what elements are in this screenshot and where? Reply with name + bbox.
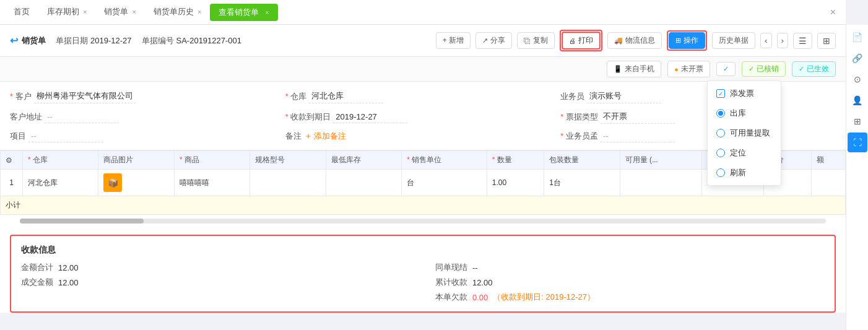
transaction-row: 成交金额 12.00 <box>21 277 410 288</box>
same-order-row: 同单现结 -- <box>435 262 825 273</box>
project-field: 项目 -- <box>10 130 285 142</box>
doc-title-text: 销货单 <box>22 35 46 46</box>
effective-badge[interactable]: ✓ 已生效 <box>792 61 836 77</box>
copy-button[interactable]: ⿻ 复制 <box>517 32 555 49</box>
list-view-button[interactable]: ☰ <box>793 33 812 49</box>
print-highlight: 🖨 打印 <box>560 30 602 51</box>
tab-sales-close[interactable]: × <box>132 8 136 15</box>
subtotal-label: 小计 <box>1 196 846 215</box>
row-package-qty[interactable]: 1台 <box>544 170 620 196</box>
new-button[interactable]: + 新增 <box>436 32 471 49</box>
doc-icon: ↩ <box>10 35 18 46</box>
tab-sales-history-close[interactable]: × <box>197 8 201 15</box>
table-scrollbar[interactable] <box>20 219 826 224</box>
right-sidebar: 📄 🔗 ⊙ 👤 ⊞ ⛶ <box>846 25 868 320</box>
add-invoice-checkbox[interactable] <box>716 89 725 98</box>
refresh-radio[interactable] <box>716 168 725 177</box>
customer-field: 客户 柳州粤港平安气体有限公司 <box>10 89 285 103</box>
doc-number-field: 单据编号 SA-20191227-001 <box>142 35 242 46</box>
th-min-stock: 最低库存 <box>326 151 401 170</box>
sidebar-link-button[interactable]: 🔗 <box>848 48 867 68</box>
document-header: ↩ 销货单 单据日期 2019-12-27 单据编号 SA-20191227-0… <box>0 25 846 57</box>
tab-home[interactable]: 首页 <box>5 0 38 25</box>
dropdown-locate[interactable]: 定位 <box>708 143 781 163</box>
locate-radio[interactable] <box>716 149 725 157</box>
tab-view-sales[interactable]: 查看销货单 × <box>210 4 277 21</box>
dropdown-refresh[interactable]: 刷新 <box>708 163 781 183</box>
th-settings: ⚙ <box>1 151 23 170</box>
cancelled-badge[interactable]: ✓ 已核销 <box>742 61 786 77</box>
doc-title: ↩ 销货单 <box>10 35 46 46</box>
from-phone-button[interactable]: 📱 来自手机 <box>607 61 661 77</box>
payment-section: 收款信息 金额合计 12.00 同单现结 -- 成交金额 12.00 累计收款 … <box>10 235 836 313</box>
tab-view-sales-close[interactable]: × <box>265 9 269 16</box>
row-quantity[interactable]: 1.00 <box>487 170 544 196</box>
th-amount: 额 <box>812 151 846 170</box>
logistics-button[interactable]: 🚚 物流信息 <box>607 32 662 49</box>
salesperson2-field: 业务员孟 -- <box>560 130 836 142</box>
doc-actions: + 新增 ↗ 分享 ⿻ 复制 🖨 打印 🚚 <box>436 30 836 51</box>
sidebar-settings-button[interactable]: ⊙ <box>848 69 867 89</box>
tab-sales[interactable]: 销货单 × <box>95 0 144 25</box>
check-button[interactable]: ✓ <box>716 62 736 76</box>
th-package-qty: 包装数量 <box>544 151 620 170</box>
ticket-type-field: 票据类型 不开票 <box>560 110 836 124</box>
operate-button[interactable]: ⊞ 操作 <box>669 32 705 49</box>
salesperson-field: 业务员 演示账号 <box>560 89 836 103</box>
payment-grid: 金额合计 12.00 同单现结 -- 成交金额 12.00 累计收款 12.00… <box>21 262 825 303</box>
th-spec: 规格型号 <box>250 151 326 170</box>
row-unit[interactable]: 台 <box>402 170 487 196</box>
not-open-ticket-button[interactable]: ● 未开票 <box>667 61 710 77</box>
row-num: 1 <box>1 170 23 196</box>
row-amount[interactable] <box>812 170 846 196</box>
history-button[interactable]: 历史单据 <box>712 32 755 49</box>
outbound-radio[interactable] <box>716 109 725 118</box>
th-available: 可用量 (... <box>620 151 702 170</box>
print-button[interactable]: 🖨 打印 <box>562 32 601 50</box>
row-available[interactable] <box>620 170 702 196</box>
row-warehouse[interactable]: 河北仓库 <box>23 170 98 196</box>
dropdown-outbound[interactable]: 出库 <box>708 103 781 123</box>
warehouse-field: 仓库 河北仓库 <box>285 89 561 103</box>
product-image: 📦 <box>103 173 122 192</box>
share-button[interactable]: ↗ 分享 <box>475 32 512 49</box>
dropdown-menu: 添发票 出库 可用量提取 定位 刷新 <box>707 80 781 186</box>
due-date-field: 收款到期日 2019-12-27 <box>285 111 561 123</box>
dropdown-add-invoice[interactable]: 添发票 <box>708 84 781 103</box>
row-min-stock[interactable] <box>326 170 401 196</box>
th-product: 商品 <box>174 151 250 170</box>
payment-title: 收款信息 <box>21 245 825 256</box>
overdue-row: 本单欠款 0.00 （收款到期日: 2019-12-27） <box>435 292 825 303</box>
add-note-button[interactable]: ＋ 添加备注 <box>304 131 346 142</box>
tab-bar: 首页 库存期初 × 销货单 × 销货单历史 × 查看销货单 × × <box>0 0 846 25</box>
th-warehouse: 仓库 <box>23 151 98 170</box>
cumulative-row: 累计收款 12.00 <box>435 277 825 288</box>
available-qty-radio[interactable] <box>716 129 725 137</box>
address-field: 客户地址 -- <box>10 111 285 123</box>
sidebar-document-button[interactable]: 📄 <box>848 27 867 47</box>
row-spec[interactable] <box>250 170 326 196</box>
sidebar-expand-button[interactable]: ⛶ <box>848 132 867 152</box>
tab-inventory-close[interactable]: × <box>83 8 87 15</box>
th-product-img: 商品图片 <box>98 151 174 170</box>
status-bar: 📱 来自手机 ● 未开票 ✓ ✓ 已核销 ✓ 已生效 <box>0 57 846 82</box>
tab-inventory[interactable]: 库存期初 × <box>38 0 95 25</box>
prev-button[interactable]: ‹ <box>760 33 771 48</box>
dropdown-available-qty[interactable]: 可用量提取 <box>708 123 781 143</box>
row-product-img: 📦 <box>98 170 174 196</box>
window-close-button[interactable]: × <box>825 7 841 18</box>
amount-row: 金额合计 12.00 <box>21 262 410 273</box>
subtotal-row: 小计 <box>1 196 846 215</box>
doc-date-field: 单据日期 2019-12-27 <box>56 35 132 46</box>
operate-highlight: ⊞ 操作 <box>667 30 707 51</box>
sidebar-user-button[interactable]: 👤 <box>848 90 867 110</box>
sidebar-grid-button[interactable]: ⊞ <box>848 111 867 131</box>
next-button[interactable]: › <box>777 33 788 48</box>
doc-meta: 单据日期 2019-12-27 单据编号 SA-20191227-001 <box>56 35 241 46</box>
tab-sales-history[interactable]: 销货单历史 × <box>145 0 210 25</box>
grid-view-button[interactable]: ⊞ <box>817 33 836 49</box>
table-scrollbar-thumb[interactable] <box>20 219 144 224</box>
row-product[interactable]: 嘻嘻嘻嘻 <box>174 170 250 196</box>
note-field: 备注 ＋ 添加备注 <box>285 131 561 142</box>
th-unit: 销售单位 <box>402 151 487 170</box>
